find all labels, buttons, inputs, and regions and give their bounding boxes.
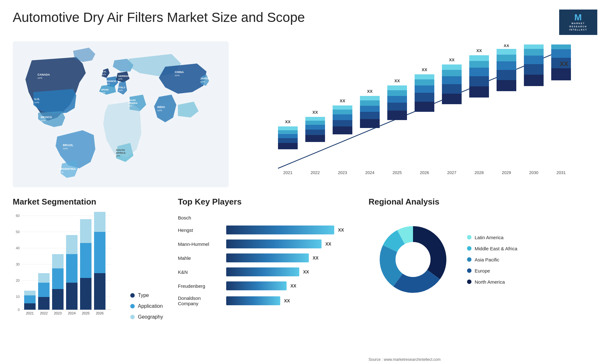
svg-rect-126 <box>24 291 36 295</box>
svg-text:xx%: xx% <box>34 101 39 104</box>
svg-rect-46 <box>305 117 325 121</box>
source-text: Source : www.marketresearchintellect.com <box>369 354 441 362</box>
reg-legend-europe: Europe <box>467 268 517 273</box>
svg-rect-84 <box>469 86 489 98</box>
reg-dot-latin <box>467 235 471 239</box>
svg-text:2031: 2031 <box>557 170 566 175</box>
svg-text:XX: XX <box>340 98 345 103</box>
logo-container: M MARKETRESEARCHINTELLECT <box>559 10 597 35</box>
svg-text:2024: 2024 <box>365 170 375 175</box>
svg-text:2027: 2027 <box>447 170 457 175</box>
header: Automotive Dry Air Filters Market Size a… <box>13 10 597 35</box>
svg-text:xx%: xx% <box>102 73 106 76</box>
svg-rect-146 <box>94 212 105 232</box>
svg-rect-72 <box>415 85 434 93</box>
svg-text:CHINA: CHINA <box>175 71 184 74</box>
player-value: XX <box>303 269 309 274</box>
svg-rect-106 <box>551 49 571 58</box>
player-name: Bosch <box>178 215 222 220</box>
svg-rect-77 <box>442 94 462 104</box>
svg-rect-132 <box>52 289 64 310</box>
player-bar <box>226 281 287 290</box>
svg-rect-63 <box>387 111 407 120</box>
logo: M MARKETRESEARCHINTELLECT <box>559 10 597 35</box>
legend-geography-label: Geography <box>138 314 163 320</box>
svg-rect-134 <box>52 254 64 268</box>
seg-chart-area: 60 50 40 30 20 10 0 <box>13 212 172 320</box>
svg-rect-98 <box>524 75 544 86</box>
svg-text:xx%: xx% <box>63 147 68 150</box>
svg-text:xx%: xx% <box>157 109 162 112</box>
svg-text:FRANCE: FRANCE <box>105 80 116 83</box>
player-value: XX <box>325 241 331 246</box>
reg-dot-europe <box>467 268 471 273</box>
svg-rect-95 <box>497 49 516 55</box>
svg-text:XX: XX <box>394 78 400 83</box>
svg-rect-101 <box>524 49 544 56</box>
svg-text:2025: 2025 <box>82 311 90 315</box>
player-name: Hengst <box>178 227 222 233</box>
svg-rect-92 <box>497 70 516 80</box>
svg-rect-66 <box>387 90 407 96</box>
player-row: Donaldson Company XX <box>178 295 362 306</box>
logo-text: MARKETRESEARCHINTELLECT <box>569 22 587 31</box>
segmentation-legend: Type Application Geography <box>130 293 163 320</box>
svg-rect-38 <box>278 130 298 134</box>
svg-rect-59 <box>360 100 380 106</box>
svg-text:2029: 2029 <box>502 170 511 175</box>
bottom-section: Market Segmentation 60 50 40 30 20 10 0 <box>13 197 597 362</box>
main-bar-chart: XX 2021 XX 2022 XX 2023 <box>241 44 597 178</box>
svg-rect-51 <box>333 114 352 120</box>
svg-text:2022: 2022 <box>311 170 320 175</box>
svg-rect-44 <box>305 125 325 130</box>
svg-rect-80 <box>442 70 462 76</box>
svg-text:xx%: xx% <box>175 74 180 77</box>
svg-rect-35 <box>278 143 298 149</box>
legend-application-dot <box>130 304 135 308</box>
key-players-title: Top Key Players <box>178 197 362 207</box>
svg-rect-43 <box>305 130 325 135</box>
svg-text:ARGENTINA: ARGENTINA <box>59 167 76 171</box>
svg-text:JAPAN: JAPAN <box>200 77 210 80</box>
svg-rect-93 <box>497 61 516 70</box>
legend-application-label: Application <box>138 303 163 309</box>
map-container: CANADA xx% U.S. xx% MEXICO xx% BRAZIL xx… <box>13 41 229 187</box>
svg-text:xx%: xx% <box>101 91 105 94</box>
svg-rect-70 <box>415 102 434 112</box>
svg-rect-49 <box>333 126 352 134</box>
reg-label-latin: Latin America <box>475 235 504 240</box>
player-row: Bosch <box>178 215 362 220</box>
svg-text:AFRICA: AFRICA <box>116 152 125 154</box>
reg-legend-latin-america: Latin America <box>467 235 517 240</box>
svg-text:XX: XX <box>422 67 427 72</box>
svg-text:U.S.: U.S. <box>34 98 40 101</box>
svg-text:0: 0 <box>18 308 20 312</box>
svg-text:XX: XX <box>476 48 482 53</box>
player-row: Freudenberg XX <box>178 281 362 290</box>
svg-rect-50 <box>333 120 352 126</box>
legend-type-dot <box>130 293 135 298</box>
reg-dot-na <box>467 280 471 284</box>
regional-title: Regional Analysis <box>369 197 597 207</box>
svg-rect-124 <box>24 303 36 310</box>
svg-text:ARABIA: ARABIA <box>128 102 138 104</box>
segmentation-chart: 60 50 40 30 20 10 0 <box>13 212 114 320</box>
player-name: Donaldson Company <box>178 295 222 306</box>
player-name: Mann-Hummel <box>178 241 222 247</box>
svg-text:2023: 2023 <box>54 311 62 315</box>
player-bar <box>226 267 299 276</box>
reg-dot-me <box>467 246 471 251</box>
reg-dot-asia <box>467 257 471 262</box>
svg-text:xx%: xx% <box>128 105 132 107</box>
svg-rect-56 <box>360 119 380 128</box>
svg-rect-71 <box>415 93 434 102</box>
svg-rect-85 <box>469 76 489 86</box>
svg-rect-86 <box>469 68 489 76</box>
svg-rect-37 <box>278 134 298 138</box>
svg-text:SAUDI: SAUDI <box>128 99 136 102</box>
svg-text:U.K.: U.K. <box>102 70 107 73</box>
player-row: Hengst XX <box>178 226 362 234</box>
svg-point-153 <box>396 242 430 277</box>
reg-legend-middle-east: Middle East & Africa <box>467 246 517 251</box>
player-row: Mahle XX <box>178 253 362 262</box>
